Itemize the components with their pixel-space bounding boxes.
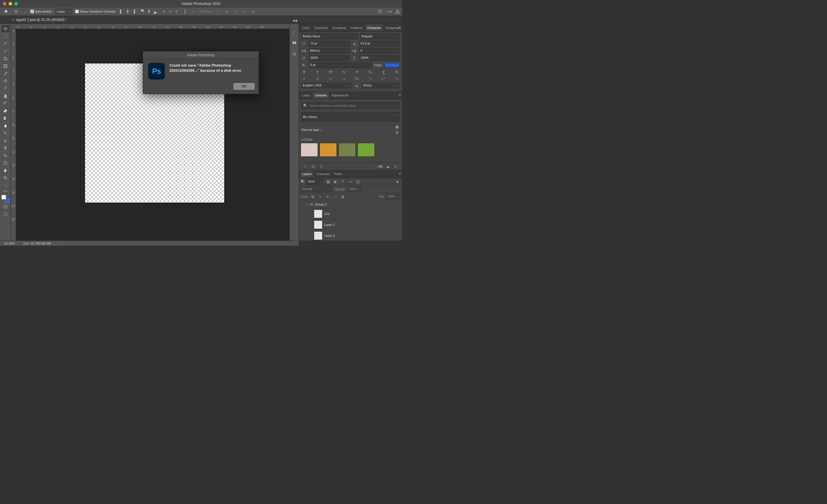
tab-swatches[interactable]: Swatches — [312, 24, 330, 31]
superscript-button[interactable]: T¹ — [354, 69, 360, 74]
language-select[interactable]: English: USA — [301, 83, 352, 88]
font-style-select[interactable]: Regular — [360, 34, 400, 39]
move-tool-icon[interactable] — [13, 9, 19, 14]
type-tool[interactable]: T — [1, 145, 9, 152]
ruler-horizontal[interactable]: 86420246810121416182022242628 — [11, 24, 289, 29]
align-hcenter-icon[interactable]: ╋ — [125, 9, 130, 14]
status-doc[interactable]: Doc: 25.7M/140.4M — [23, 242, 51, 245]
fill-input[interactable]: 100% — [386, 194, 400, 199]
tracking-input[interactable]: 0 — [359, 48, 400, 54]
library-search-input[interactable] — [309, 104, 398, 107]
auto-select-target[interactable]: Layer — [55, 9, 72, 14]
zoom-tool[interactable] — [1, 174, 9, 182]
layer-name[interactable]: 123 — [324, 212, 329, 215]
home-button[interactable] — [2, 8, 10, 15]
titling-button[interactable]: a̅a — [354, 76, 360, 81]
lock-position-icon[interactable]: ✥ — [325, 194, 331, 199]
vscale-input[interactable]: 100% — [309, 55, 349, 61]
glyphs-icon[interactable]: A — [291, 51, 297, 57]
layer-name[interactable]: Group 3 — [315, 203, 327, 206]
search-icon[interactable] — [377, 9, 383, 14]
distribute-bottom-icon[interactable]: ≡ — [174, 9, 179, 14]
tab-color[interactable]: Color — [300, 24, 311, 31]
align-vcenter-icon[interactable]: ╋ — [146, 9, 152, 14]
lock-pixel-icon[interactable]: ✎ — [317, 194, 323, 199]
close-tab-icon[interactable]: × — [12, 18, 14, 22]
brush-tool[interactable] — [1, 85, 9, 92]
underline-button[interactable]: T — [381, 69, 387, 74]
panel-menu-icon[interactable]: ≡ — [399, 93, 401, 97]
distribute-vcenter-icon[interactable]: ≡ — [167, 9, 173, 14]
lock-all-icon[interactable]: 🔒 — [340, 194, 345, 199]
align-top-icon[interactable]: ▀ — [140, 9, 145, 14]
tab-channels[interactable]: Channels — [314, 170, 331, 178]
add-content-icon[interactable]: ＋ — [302, 164, 308, 169]
filter-adjust-icon[interactable]: ◐ — [333, 179, 338, 185]
stylistic-button[interactable]: st — [328, 76, 333, 81]
history-brush-tool[interactable] — [1, 100, 9, 107]
italic-button[interactable]: T — [314, 69, 320, 74]
move-tool[interactable] — [1, 25, 9, 32]
layer-thumbnail[interactable] — [314, 209, 323, 218]
smallcaps-button[interactable]: Tᴛ — [341, 69, 347, 74]
panel-menu-icon[interactable]: ≡ — [399, 172, 401, 175]
font-size-input[interactable]: 73 pt — [309, 41, 349, 47]
marquee-tool[interactable] — [1, 33, 9, 40]
filter-type-icon[interactable]: T — [340, 179, 346, 185]
window-max-icon[interactable] — [14, 2, 18, 5]
library-section-colors[interactable]: Colors — [301, 137, 400, 142]
leading-input[interactable]: 53.9 pt — [359, 41, 400, 47]
tool-preset-chevron-icon[interactable]: ⌄ — [22, 9, 28, 14]
layer-thumbnail[interactable] — [314, 231, 323, 240]
quick-mask-icon[interactable] — [1, 203, 9, 210]
layer-row[interactable]: 123 — [299, 208, 402, 219]
ok-button[interactable]: OK — [234, 83, 255, 90]
library-select[interactable]: My Library — [301, 112, 400, 122]
layer-thumbnail[interactable] — [314, 220, 323, 229]
delete-icon[interactable]: 🗑 — [393, 164, 399, 169]
library-color-swatch[interactable] — [357, 143, 375, 157]
auto-select-check[interactable]: Auto-Select: — [31, 10, 52, 13]
lock-artboard-icon[interactable]: ▭ — [332, 194, 338, 199]
layer-row[interactable]: Layer 3 — [299, 230, 402, 241]
share-icon[interactable] — [395, 9, 400, 14]
ruler-vertical[interactable]: 42024681012141416182024 — [11, 29, 16, 241]
swap-fg-bg-icon[interactable]: ↺ ▪ — [1, 190, 9, 193]
clone-source-icon[interactable] — [291, 40, 297, 46]
list-view-icon[interactable]: ☰ — [394, 130, 400, 136]
tab-paths[interactable]: Paths — [332, 170, 344, 178]
tab-learn[interactable]: Learn — [300, 92, 312, 99]
filter-kind-select[interactable]: Kind — [307, 179, 323, 185]
subscript-button[interactable]: T₁ — [368, 69, 373, 74]
stamp-tool[interactable] — [1, 92, 9, 99]
workspace-switcher-icon[interactable]: ▭▾ — [386, 9, 392, 14]
blend-mode-select[interactable]: Normal — [301, 186, 332, 192]
filter-shape-icon[interactable]: ▭ — [347, 179, 353, 185]
baseline-input[interactable]: 0 pt — [309, 62, 372, 68]
fg-bg-swatches[interactable] — [1, 195, 9, 203]
add-folder-icon[interactable]: 🗀 — [310, 164, 316, 169]
allcaps-button[interactable]: TT — [328, 69, 333, 74]
hscale-input[interactable]: 100% — [359, 55, 400, 61]
eyedropper-tool[interactable] — [1, 70, 9, 77]
tab-character[interactable]: Character — [365, 24, 383, 31]
lock-transp-icon[interactable]: ▦ — [310, 194, 315, 199]
tab-libraries[interactable]: Libraries — [313, 92, 329, 99]
tab-gradients[interactable]: Gradients — [331, 24, 348, 31]
filter-smart-icon[interactable]: ◫ — [355, 179, 361, 185]
tab-layers[interactable]: Layers — [300, 170, 313, 178]
tab-patterns[interactable]: Patterns — [349, 24, 365, 31]
eraser-tool[interactable] — [1, 107, 9, 114]
path-select-tool[interactable] — [1, 152, 9, 159]
sync-icon[interactable]: ☁ — [385, 164, 391, 169]
library-color-swatch[interactable] — [339, 143, 356, 157]
filter-toggle-icon[interactable]: ● — [395, 179, 400, 185]
dodge-tool[interactable] — [1, 130, 9, 137]
align-bottom-icon[interactable]: ▄ — [152, 9, 158, 14]
shape-tool[interactable] — [1, 160, 9, 166]
layer-row[interactable]: ▸🗀Group 3 — [299, 200, 402, 208]
frame-tool[interactable] — [1, 62, 9, 69]
swash-button[interactable]: 𝒜 — [341, 76, 347, 81]
edit-toolbar-icon[interactable]: ⋯ — [1, 182, 9, 189]
tab-adjustments[interactable]: Adjustments — [329, 92, 351, 99]
